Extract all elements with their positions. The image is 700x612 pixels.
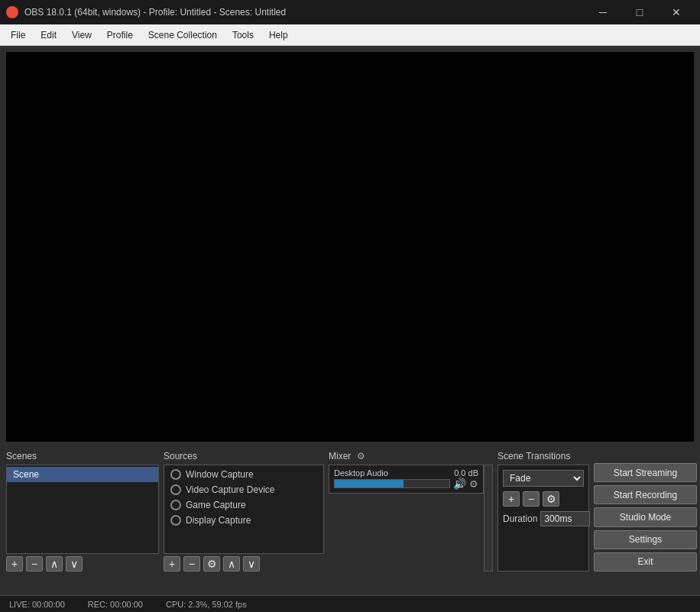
transitions-select[interactable]: Fade Cut Swipe Slide bbox=[503, 470, 584, 487]
menu-item-profile[interactable]: Profile bbox=[99, 24, 141, 45]
source-type-icon bbox=[170, 484, 181, 495]
sources-list: Window CaptureVideo Capture DeviceGame C… bbox=[164, 465, 324, 554]
scenes-toolbar: + − ∧ ∨ bbox=[6, 554, 159, 572]
menu-item-file[interactable]: File bbox=[3, 24, 33, 45]
sources-toolbar: + − ⚙ ∧ ∨ bbox=[164, 554, 324, 572]
cpu-status: CPU: 2.3%, 59.02 fps bbox=[166, 600, 247, 609]
statusbar: LIVE: 00:00:00 REC: 00:00:00 CPU: 2.3%, … bbox=[0, 595, 700, 612]
menu-item-scene-collection[interactable]: Scene Collection bbox=[141, 24, 225, 45]
source-item[interactable]: Window Capture bbox=[164, 467, 323, 482]
transitions-header: Scene Transitions bbox=[497, 448, 589, 465]
scenes-remove-button[interactable]: − bbox=[26, 556, 43, 572]
settings-button[interactable]: Settings bbox=[594, 530, 697, 549]
mixer-gear-icon[interactable]: ⚙ bbox=[357, 451, 365, 461]
mixer-bar bbox=[334, 479, 450, 488]
studio-mode-button[interactable]: Studio Mode bbox=[594, 507, 697, 526]
menu-item-view[interactable]: View bbox=[64, 24, 99, 45]
scenes-add-button[interactable]: + bbox=[6, 556, 23, 572]
rec-status: REC: 00:00:00 bbox=[88, 600, 143, 609]
mixer-panel: Mixer ⚙ Desktop Audio 0.0 dB 🔊 ⚙ bbox=[329, 448, 493, 572]
scenes-down-button[interactable]: ∨ bbox=[66, 556, 83, 572]
mixer-mute-icon[interactable]: 🔊 bbox=[453, 478, 466, 490]
source-item-label: Display Capture bbox=[186, 515, 251, 526]
close-button[interactable]: ✕ bbox=[659, 0, 694, 24]
menubar: FileEditViewProfileScene CollectionTools… bbox=[0, 24, 700, 46]
mixer-channel-label: Desktop Audio bbox=[334, 468, 388, 478]
titlebar: OBS 18.0.1 (64bit, windows) - Profile: U… bbox=[0, 0, 700, 24]
sources-up-button[interactable]: ∧ bbox=[223, 556, 240, 572]
live-status: LIVE: 00:00:00 bbox=[9, 600, 65, 609]
mixer-channel-gear-icon[interactable]: ⚙ bbox=[469, 478, 478, 490]
scenes-up-button[interactable]: ∧ bbox=[46, 556, 63, 572]
transitions-content: Fade Cut Swipe Slide + − ⚙ Duration bbox=[497, 465, 589, 572]
mixer-header: Mixer ⚙ bbox=[329, 448, 493, 465]
sources-header: Sources bbox=[164, 448, 324, 465]
mixer-list: Desktop Audio 0.0 dB 🔊 ⚙ bbox=[329, 465, 484, 572]
sources-panel: Sources Window CaptureVideo Capture Devi… bbox=[164, 448, 324, 572]
sources-add-button[interactable]: + bbox=[164, 556, 180, 572]
right-buttons: Start Streaming Start Recording Studio M… bbox=[594, 448, 697, 572]
scenes-panel: Scenes Scene + − ∧ ∨ bbox=[6, 448, 159, 572]
scenes-header: Scenes bbox=[6, 448, 159, 465]
window-controls: ─ □ ✕ bbox=[585, 0, 694, 24]
sources-settings-button[interactable]: ⚙ bbox=[203, 556, 220, 572]
scenes-list: Scene bbox=[6, 465, 159, 554]
source-item-label: Video Capture Device bbox=[186, 484, 275, 495]
preview-area bbox=[6, 52, 694, 442]
transitions-panel: Scene Transitions Fade Cut Swipe Slide +… bbox=[497, 448, 589, 572]
source-item-label: Window Capture bbox=[186, 469, 254, 480]
mixer-item: Desktop Audio 0.0 dB 🔊 ⚙ bbox=[329, 465, 484, 494]
source-type-icon bbox=[170, 515, 181, 526]
sources-remove-button[interactable]: − bbox=[183, 556, 200, 572]
title-text: OBS 18.0.1 (64bit, windows) - Profile: U… bbox=[24, 7, 579, 18]
mixer-scrollbar[interactable] bbox=[484, 465, 493, 572]
duration-input[interactable] bbox=[540, 511, 590, 526]
app-icon bbox=[6, 6, 18, 18]
menu-item-edit[interactable]: Edit bbox=[33, 24, 64, 45]
source-item[interactable]: Game Capture bbox=[164, 497, 323, 513]
duration-label: Duration bbox=[503, 513, 537, 524]
source-item[interactable]: Display Capture bbox=[164, 513, 323, 528]
start-recording-button[interactable]: Start Recording bbox=[594, 485, 697, 504]
source-type-icon bbox=[170, 469, 181, 480]
exit-button[interactable]: Exit bbox=[594, 552, 697, 572]
bottom-panels: Scenes Scene + − ∧ ∨ Sources Window Capt… bbox=[0, 448, 700, 578]
source-item-label: Game Capture bbox=[186, 500, 246, 510]
source-type-icon bbox=[170, 500, 181, 510]
transitions-settings-button[interactable]: ⚙ bbox=[543, 491, 559, 507]
minimize-button[interactable]: ─ bbox=[585, 0, 621, 24]
transitions-add-button[interactable]: + bbox=[503, 491, 520, 507]
mixer-db-value: 0.0 dB bbox=[454, 468, 478, 478]
source-item[interactable]: Video Capture Device bbox=[164, 482, 323, 497]
mixer-scroll-container: Desktop Audio 0.0 dB 🔊 ⚙ bbox=[329, 465, 493, 572]
maximize-button[interactable]: □ bbox=[622, 0, 657, 24]
menu-item-tools[interactable]: Tools bbox=[225, 24, 261, 45]
sources-down-button[interactable]: ∨ bbox=[243, 556, 260, 572]
scene-item[interactable]: Scene bbox=[7, 467, 158, 482]
mixer-bar-fill bbox=[335, 480, 403, 487]
menu-item-help[interactable]: Help bbox=[261, 24, 296, 45]
transitions-remove-button[interactable]: − bbox=[523, 491, 540, 507]
start-streaming-button[interactable]: Start Streaming bbox=[594, 463, 697, 482]
